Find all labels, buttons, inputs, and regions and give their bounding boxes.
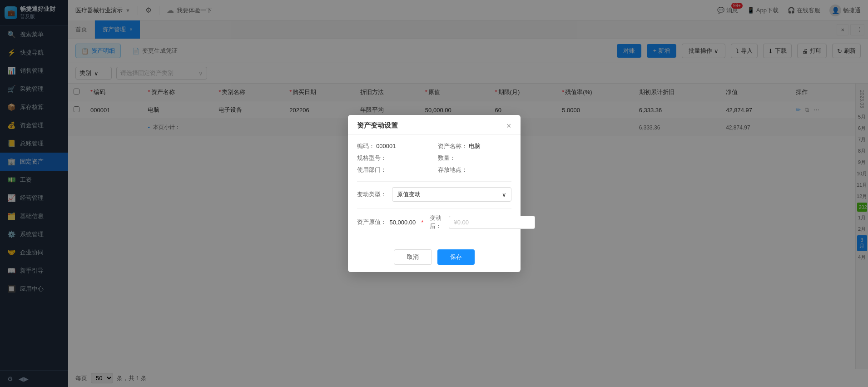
original-value-row: 资产原值： 50,000.00 * 变动后： (357, 214, 511, 230)
change-type-value: 原值变动 (397, 190, 421, 198)
save-button[interactable]: 保存 (437, 249, 475, 265)
modal-location-item: 存放地点： (438, 166, 511, 174)
modal-quantity-label: 数量： (438, 154, 456, 161)
change-type-label: 变动类型： (357, 190, 387, 198)
change-type-row: 变动类型： 原值变动 ∨ (357, 187, 511, 202)
modal-code-label: 编码： (357, 143, 375, 149)
modal-overlay: 资产变动设置 × 编码： 000001 资产名称： 电脑 (68, 39, 868, 387)
modal-title: 资产变动设置 (357, 121, 398, 130)
modal-name-label: 资产名称： (438, 143, 467, 149)
modal-code-value: 000001 (376, 143, 396, 149)
original-value-label: 资产原值： (357, 218, 384, 226)
modal-department-label: 使用部门： (357, 166, 387, 173)
modal-spec-label: 规格型号： (357, 154, 387, 161)
modal-code-item: 编码： 000001 (357, 142, 431, 150)
modal-name-value: 电脑 (469, 143, 481, 149)
after-change-input[interactable] (449, 216, 535, 229)
cancel-button[interactable]: 取消 (394, 249, 432, 265)
modal-divider-1 (357, 181, 511, 182)
page-content: 📋 资产明细 📄 变更生成凭证 对账 + 新增 批量操作 ∨ (68, 39, 868, 387)
modal-body: 编码： 000001 资产名称： 电脑 规格型号： (348, 135, 521, 244)
required-star-icon: * (421, 219, 423, 226)
change-type-select[interactable]: 原值变动 ∨ (392, 187, 511, 202)
main-content: 医疗器械行业演示 ▼ ⚙ ☁ 我要体验一下 💬 消息 99+ 📱 App下载 (68, 0, 868, 387)
modal-department-item: 使用部门： (357, 166, 431, 174)
modal-close-button[interactable]: × (506, 122, 511, 130)
modal-header: 资产变动设置 × (348, 115, 521, 135)
asset-change-modal: 资产变动设置 × 编码： 000001 资产名称： 电脑 (348, 115, 521, 272)
modal-name-item: 资产名称： 电脑 (438, 142, 511, 150)
modal-location-label: 存放地点： (438, 166, 467, 173)
modal-quantity-item: 数量： (438, 154, 511, 162)
modal-divider-2 (357, 208, 511, 208)
modal-info-grid: 编码： 000001 资产名称： 电脑 规格型号： (357, 142, 511, 174)
modal-footer: 取消 保存 (348, 244, 521, 272)
original-value-display: 50,000.00 (390, 219, 416, 226)
change-type-arrow-icon: ∨ (502, 191, 506, 198)
modal-spec-item: 规格型号： (357, 154, 431, 162)
after-change-label: 变动后： (430, 214, 441, 230)
